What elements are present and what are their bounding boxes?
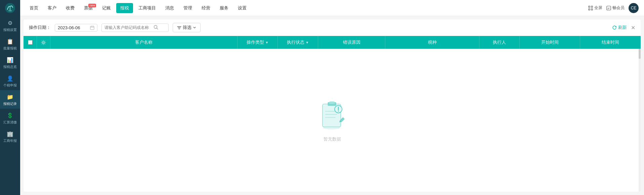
table-header: 客户名称 操作类型 ▼ 执行状态 ▼ 错误原因 税种 执行人 [24,36,641,49]
table-body: 暂无数据 [24,49,641,192]
sidebar-item-geshui-shenbao[interactable]: 👤个税申报 [0,72,20,90]
sidebar-item-gongshang-nianbao[interactable]: 🏢工商年报 [0,127,20,146]
navbar-right: 全屏 畅会员 CE [588,3,639,13]
empty-state: 暂无数据 [24,49,641,192]
refresh-label: 刷新 [618,25,627,31]
piliang-baoshui-label: 批量报税 [3,46,17,50]
filter-icon [177,26,181,30]
nav-item-jingying[interactable]: 经营 [198,3,214,13]
date-input-wrap[interactable] [55,24,97,32]
nav-item-guanli[interactable]: 管理 [179,3,196,13]
sidebar: ⚙报税设置📋批量报税📊报税总览👤个税申报📁报税记录💲汇算清缴🏢工商年报 [0,0,20,195]
refresh-icon [612,25,617,30]
svg-rect-7 [90,26,94,30]
nav-item-bao-shui[interactable]: 报税 [116,3,133,13]
settings-icon [41,40,46,45]
nav-item-gongshang-xiangmu[interactable]: 工商项目 [134,3,160,13]
svg-point-20 [338,110,339,111]
svg-rect-13 [329,102,334,104]
empty-illustration [315,99,349,132]
sidebar-item-baoshui-shezhi[interactable]: ⚙报税设置 [0,16,20,35]
fullscreen-button[interactable]: 全屏 [588,5,602,11]
logo [0,0,20,16]
gongshang-nianbao-icon: 🏢 [6,130,14,138]
baoshui-jilu-icon: 📁 [6,93,14,101]
svg-rect-2 [589,6,590,7]
empty-text: 暂无数据 [324,136,341,142]
sort-icon-exec-status: ▼ [306,41,309,44]
svg-rect-4 [589,9,590,10]
th-start-time: 开始时间 [520,36,580,49]
avatar[interactable]: CE [629,3,639,13]
th-tax-type: 税种 [385,36,479,49]
nav-item-shoufei[interactable]: 收费 [62,3,79,13]
filter-label: 筛选 [183,25,191,31]
svg-point-21 [323,126,340,129]
huisuan-qinghe-icon: 💲 [6,111,14,119]
nav-badge-piao-ju: new [88,4,96,7]
sidebar-item-baoshui-zonlan[interactable]: 📊报税总览 [0,53,20,72]
scrollbar[interactable] [639,49,641,192]
nav-item-home[interactable]: 首页 [26,3,42,13]
nav-item-ji-zhang[interactable]: 记账 [98,3,115,13]
search-input[interactable] [104,25,152,30]
svg-rect-5 [591,9,593,10]
baoshui-zonlan-label: 报税总览 [3,65,17,69]
search-input-wrap[interactable] [101,24,169,32]
toolbar-right: 刷新 ✕ [612,25,635,31]
huisuan-qinghe-label: 汇算清缴 [3,120,17,124]
fullscreen-label: 全屏 [594,5,602,11]
nav-item-customers[interactable]: 客户 [44,3,60,13]
member-button[interactable]: 畅会员 [606,5,625,11]
th-error-reason: 错误原因 [318,36,385,49]
date-input[interactable] [58,25,88,30]
sort-icon-operation-type: ▼ [265,41,269,44]
member-label: 畅会员 [612,5,625,11]
nav-item-piao-ju[interactable]: 票据new [80,3,97,13]
search-icon[interactable] [154,25,158,31]
sidebar-item-baoshui-jilu[interactable]: 📁报税记录 [0,90,20,109]
chevron-down-icon [193,26,196,29]
th-executor: 执行人 [479,36,520,49]
calendar-icon [90,26,94,30]
table-wrap: 客户名称 操作类型 ▼ 执行状态 ▼ 错误原因 税种 执行人 [24,36,641,192]
piliang-baoshui-icon: 📋 [6,37,14,45]
gongshang-nianbao-label: 工商年报 [3,139,17,143]
scrollbar-thumb[interactable] [639,49,641,59]
date-label: 操作日期： [29,25,51,31]
baoshui-shezhi-icon: ⚙ [6,19,14,27]
th-exec-status[interactable]: 执行状态 ▼ [278,36,318,49]
th-settings [37,36,50,49]
nav-menu: 首页客户收费票据new记账报税工商项目消息管理经营服务设置 [26,3,588,13]
nav-item-fuwu[interactable]: 服务 [216,3,232,13]
geshui-shenbao-icon: 👤 [6,74,14,82]
svg-rect-3 [591,6,593,7]
sidebar-item-huisuan-qinghe[interactable]: 💲汇算清缴 [0,109,20,127]
sidebar-item-piliang-baoshui[interactable]: 📋批量报税 [0,35,20,53]
filter-button[interactable]: 筛选 [173,23,201,32]
refresh-button[interactable]: 刷新 [612,25,627,31]
nav-item-xiaosi[interactable]: 消息 [161,3,178,13]
select-all-checkbox[interactable] [28,40,33,45]
baoshui-zonlan-icon: 📊 [6,56,14,64]
th-end-time: 结束时间 [580,36,641,49]
svg-line-9 [157,28,158,29]
nav-item-shezhi[interactable]: 设置 [234,3,251,13]
content-panel: 操作日期： 筛选 刷新 ✕ [24,20,641,192]
geshui-shenbao-label: 个税申报 [3,83,17,87]
toolbar: 操作日期： 筛选 刷新 ✕ [24,20,641,36]
navbar: 首页客户收费票据new记账报税工商项目消息管理经营服务设置 全屏 畅会员 CE [20,0,644,16]
svg-point-1 [8,10,12,11]
th-operation-type[interactable]: 操作类型 ▼ [238,36,278,49]
svg-point-10 [43,42,44,43]
baoshui-shezhi-label: 报税设置 [3,28,17,32]
close-button[interactable]: ✕ [631,25,635,31]
th-customer-name: 客户名称 [50,36,238,49]
main-area: 首页客户收费票据new记账报税工商项目消息管理经营服务设置 全屏 畅会员 CE … [20,0,644,195]
baoshui-jilu-label: 报税记录 [3,102,17,106]
th-checkbox[interactable] [24,36,37,49]
